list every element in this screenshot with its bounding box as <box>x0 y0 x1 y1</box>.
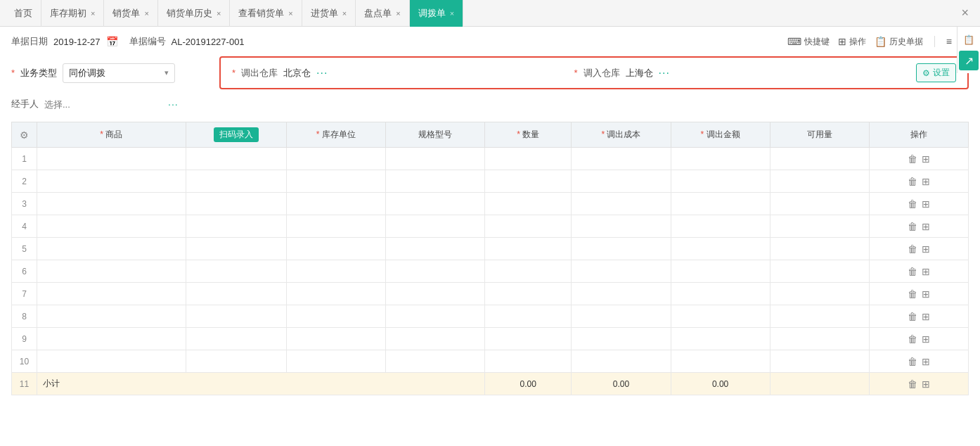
product-cell[interactable] <box>37 283 186 305</box>
copy-icon[interactable]: ⊞ <box>922 221 930 232</box>
delete-icon[interactable]: 🗑 <box>908 266 917 277</box>
tab-inventory-count[interactable]: 盘点单 × <box>356 0 409 27</box>
cost-cell[interactable] <box>572 260 671 283</box>
product-cell[interactable] <box>37 305 186 328</box>
unit-cell[interactable] <box>286 170 385 193</box>
unit-cell[interactable] <box>286 350 385 373</box>
amount-cell[interactable] <box>671 350 770 373</box>
spec-cell[interactable] <box>385 238 484 260</box>
copy-icon[interactable]: ⊞ <box>922 198 930 210</box>
qty-cell[interactable] <box>484 215 572 238</box>
cost-cell[interactable] <box>572 193 671 215</box>
cost-cell[interactable] <box>572 170 671 193</box>
product-cell[interactable] <box>37 350 186 373</box>
tab-transfer-order[interactable]: 调拨单 × <box>410 0 463 27</box>
unit-cell[interactable] <box>286 238 385 260</box>
qty-cell[interactable] <box>484 193 572 215</box>
product-cell[interactable] <box>37 193 186 215</box>
shortcut-button[interactable]: ⌨ 快捷键 <box>787 36 830 48</box>
amount-cell[interactable] <box>671 328 770 350</box>
th-gear[interactable]: ⚙ <box>12 122 37 148</box>
amount-cell[interactable] <box>671 148 770 170</box>
delete-icon[interactable]: 🗑 <box>908 378 917 390</box>
spec-cell[interactable] <box>385 170 484 193</box>
unit-cell[interactable] <box>286 305 385 328</box>
cost-cell[interactable] <box>572 238 671 260</box>
gear-icon[interactable]: ⚙ <box>20 129 29 141</box>
warehouse-out-more-button[interactable]: ··· <box>316 67 328 79</box>
tab-inventory-init-close[interactable]: × <box>91 9 95 18</box>
amount-cell[interactable] <box>671 305 770 328</box>
copy-icon[interactable]: ⊞ <box>922 176 930 187</box>
copy-icon[interactable]: ⊞ <box>922 153 930 165</box>
cost-cell[interactable] <box>572 328 671 350</box>
qty-cell[interactable] <box>484 170 572 193</box>
delete-icon[interactable]: 🗑 <box>908 243 917 255</box>
tab-view-sales[interactable]: 查看销货单 × <box>230 0 302 27</box>
product-cell[interactable] <box>37 215 186 238</box>
amount-cell[interactable] <box>671 283 770 305</box>
cost-cell[interactable] <box>572 305 671 328</box>
tab-sales-history-close[interactable]: × <box>217 9 221 18</box>
amount-cell[interactable] <box>671 170 770 193</box>
tab-transfer-order-close[interactable]: × <box>450 9 454 18</box>
unit-cell[interactable] <box>286 283 385 305</box>
spec-cell[interactable] <box>385 283 484 305</box>
cost-cell[interactable] <box>572 215 671 238</box>
delete-icon[interactable]: 🗑 <box>908 176 917 187</box>
unit-cell[interactable] <box>286 215 385 238</box>
unit-cell[interactable] <box>286 260 385 283</box>
settings-button[interactable]: ⚙ 设置 <box>916 63 956 82</box>
product-cell[interactable] <box>37 260 186 283</box>
product-cell[interactable] <box>37 170 186 193</box>
qty-cell[interactable] <box>484 260 572 283</box>
product-cell[interactable] <box>37 238 186 260</box>
spec-cell[interactable] <box>385 260 484 283</box>
handler-input[interactable] <box>44 99 162 110</box>
cost-cell[interactable] <box>572 350 671 373</box>
layout-list-button[interactable]: ≡ <box>946 36 952 47</box>
delete-icon[interactable]: 🗑 <box>908 356 917 367</box>
cost-cell[interactable] <box>572 148 671 170</box>
qty-cell[interactable] <box>484 328 572 350</box>
delete-icon[interactable]: 🗑 <box>908 221 917 232</box>
copy-icon[interactable]: ⊞ <box>922 356 930 367</box>
history-button[interactable]: 📋 历史单据 <box>875 36 923 48</box>
copy-icon[interactable]: ⊞ <box>922 243 930 255</box>
tab-inventory-count-close[interactable]: × <box>396 9 400 18</box>
copy-icon[interactable]: ⊞ <box>922 311 930 322</box>
business-type-select[interactable]: 同价调拨 ▾ <box>63 63 175 83</box>
qty-cell[interactable] <box>484 238 572 260</box>
amount-cell[interactable] <box>671 238 770 260</box>
tab-home[interactable]: 首页 <box>6 0 41 27</box>
spec-cell[interactable] <box>385 350 484 373</box>
unit-cell[interactable] <box>286 148 385 170</box>
spec-cell[interactable] <box>385 328 484 350</box>
qty-cell[interactable] <box>484 148 572 170</box>
qty-cell[interactable] <box>484 283 572 305</box>
spec-cell[interactable] <box>385 305 484 328</box>
table-wrapper[interactable]: ⚙ * 商品 扫码录入 * 库存单位 规格型号 <box>11 122 969 395</box>
spec-cell[interactable] <box>385 148 484 170</box>
spec-cell[interactable] <box>385 215 484 238</box>
window-close-button[interactable]: × <box>955 6 974 20</box>
tab-purchase-order-close[interactable]: × <box>342 9 347 18</box>
delete-icon[interactable]: 🗑 <box>908 153 917 165</box>
tab-view-sales-close[interactable]: × <box>288 9 292 18</box>
sidebar-expand-button[interactable]: ↗ <box>959 51 979 70</box>
product-cell[interactable] <box>37 148 186 170</box>
amount-cell[interactable] <box>671 193 770 215</box>
product-cell[interactable] <box>37 328 186 350</box>
copy-icon[interactable]: ⊞ <box>922 333 930 345</box>
copy-icon[interactable]: ⊞ <box>922 378 930 390</box>
spec-cell[interactable] <box>385 193 484 215</box>
tab-sales-order[interactable]: 销货单 × <box>104 0 157 27</box>
qty-cell[interactable] <box>484 350 572 373</box>
calendar-icon[interactable]: 📅 <box>106 36 118 47</box>
sidebar-document-button[interactable]: 📋 <box>959 30 979 49</box>
operation-button[interactable]: ⊞ 操作 <box>838 36 866 48</box>
unit-cell[interactable] <box>286 328 385 350</box>
warehouse-in-more-button[interactable]: ··· <box>659 67 670 79</box>
qty-cell[interactable] <box>484 305 572 328</box>
delete-icon[interactable]: 🗑 <box>908 198 917 210</box>
